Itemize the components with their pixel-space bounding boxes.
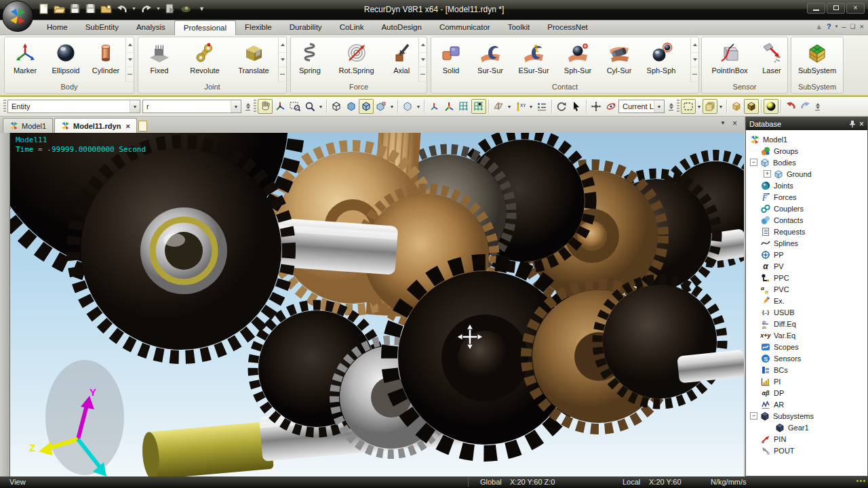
render-extra-button[interactable] [374,99,389,114]
spring-force-button[interactable]: Spring [292,38,328,82]
shading-sphere-button[interactable] [764,99,778,114]
marker-button[interactable]: Marker [5,38,45,82]
tree-item-pout[interactable]: POUT [746,445,867,456]
tab-processnet[interactable]: ProcessNet [538,20,596,35]
tree-item-bodies[interactable]: − Bodies [746,157,867,168]
zoom-window-button[interactable] [288,99,302,114]
entity-name-dropdown-icon[interactable]: ▼ [231,100,241,113]
mdi-minimize-icon[interactable]: – [842,22,846,30]
tab-flexible[interactable]: Flexible [236,20,281,35]
entity-type-dropdown[interactable]: Entity ▼ [7,100,140,113]
iso-view-dropdown-icon[interactable]: ▼ [415,99,422,114]
axial-force-button[interactable]: Axial [384,38,418,82]
toolbar-grip2[interactable] [254,100,256,113]
mdi-close-icon[interactable]: × [860,22,864,30]
sur-sur-contact-button[interactable]: Sur-Sur [470,38,511,82]
collapse-ribbon-icon[interactable]: ▲ [815,22,823,30]
contact-group-scroll[interactable] [690,38,698,82]
sph-sur-contact-button[interactable]: Sph-Sur [557,38,599,82]
ellipsoid-button[interactable]: Ellipsoid [45,38,87,82]
solid-contact-button[interactable]: Solid [432,38,470,82]
grid-snap-button[interactable] [471,99,486,114]
render-extra-dropdown-icon[interactable]: ▼ [389,99,395,114]
select-rect-button[interactable] [681,99,696,114]
rotate-view-button[interactable] [604,99,618,114]
translate-joint-button[interactable]: Translate [230,38,277,82]
redo-icon[interactable] [140,3,152,14]
toolbar-overflow2[interactable] [667,99,675,114]
pan-tool-button[interactable] [258,99,273,114]
mdi-restore-icon[interactable]: ❏ [850,23,855,30]
application-menu-button[interactable] [2,1,33,32]
tree-item-dp[interactable]: αβ DP [746,387,867,399]
save-icon[interactable] [69,3,81,14]
minimize-button[interactable] [807,3,825,14]
tree-item-forces[interactable]: F Forces [746,191,867,203]
doc-tab-model11[interactable]: Model11.rdyn × [54,118,137,133]
qat-more-icon[interactable]: ▼ [199,5,205,12]
cyl-sur-contact-button[interactable]: Cyl-Sur [599,38,639,82]
pin-icon[interactable] [849,120,856,127]
3d-viewport[interactable]: Y Z X Model11 Time = -99999.00000000 Sec… [9,133,744,476]
tree-item-model1[interactable]: Model1 [746,134,867,145]
doc-tab-model1[interactable]: Model1 [3,118,53,133]
tree-item-splines[interactable]: Splines [746,237,867,249]
laser-sensor-button[interactable]: Laser [757,38,787,82]
tree-item-ground[interactable]: + Ground [746,168,867,180]
toolbar-grip[interactable] [3,100,6,113]
tree-item-vareq[interactable]: x+y Var.Eq [746,329,867,341]
redo-dropdown-icon[interactable]: ▼ [156,6,161,11]
expand-expander-icon[interactable]: + [764,170,771,178]
entity-type-dropdown-icon[interactable]: ▼ [130,100,140,113]
center-view-button[interactable] [589,99,604,114]
new-document-icon[interactable] [138,121,147,131]
view-undo-button[interactable] [783,99,798,114]
tree-item-contacts[interactable]: Contacts [746,214,867,226]
layer-list-button[interactable] [534,99,549,114]
select-rect-dropdown-icon[interactable]: ▼ [696,99,703,114]
tree-item-ex[interactable]: Ex. [746,295,867,306]
tree-item-couplers[interactable]: Couplers [746,203,867,214]
tree-item-gear1[interactable]: Gear1 [746,422,867,433]
work-plane-dropdown-icon[interactable]: ▼ [506,99,513,114]
undo-icon[interactable] [116,3,127,14]
collapse-expander-icon[interactable]: − [750,159,757,166]
tree-item-ppc[interactable]: PPC [746,272,867,283]
tree-item-diffeq[interactable]: dydx Diff.Eq [746,318,867,329]
tree-item-usub[interactable]: {..} USUB [746,306,867,318]
box-light-button[interactable] [729,99,744,114]
doc-tab-list-icon[interactable]: ▼ [720,120,726,127]
tab-communicator[interactable]: Communicator [431,20,499,35]
tree-item-bcs[interactable]: BCs [746,364,867,375]
rot-spring-force-button[interactable]: Rot.Spring [328,38,385,82]
toolbar-overflow[interactable] [243,99,252,114]
force-group-scroll[interactable] [418,38,427,82]
cylinder-button[interactable]: Cylinder [87,38,125,82]
box-dark-button[interactable] [744,99,759,114]
new-file-icon[interactable] [38,3,50,14]
tree-item-pp[interactable]: PP [746,249,867,260]
export-icon[interactable] [165,3,176,14]
zoom-dropdown-icon[interactable]: ▼ [317,99,324,114]
plane-xy-button[interactable]: XY [513,99,528,114]
joint-group-scroll[interactable] [278,38,286,82]
tree-item-scopes[interactable]: Scopes [746,341,867,352]
doc-tab-close-icon[interactable]: × [125,122,130,130]
rotate-tool-button[interactable] [273,99,288,114]
iso-view-button[interactable] [400,99,415,114]
select-arrow-button[interactable] [569,99,584,114]
shaded-button[interactable] [344,99,359,114]
layer-dropdown-icon[interactable]: ▼ [654,100,664,113]
database-close-icon[interactable]: × [859,121,864,127]
layers-stack-dropdown-icon[interactable]: ▼ [717,99,724,114]
sph-sph-contact-button[interactable]: Sph-Sph [639,38,683,82]
resize-grip[interactable] [856,480,866,482]
view-redo-button[interactable] [798,99,813,114]
zoom-button[interactable] [302,99,317,114]
fixed-joint-button[interactable]: Fixed [139,38,180,82]
esur-sur-contact-button[interactable]: ESur-Sur [511,38,557,82]
open-file-icon[interactable] [54,3,65,14]
help-dropdown-icon[interactable]: ▾ [835,24,838,29]
tree-item-ar[interactable]: AR [746,399,867,410]
wireframe-button[interactable] [329,99,344,114]
